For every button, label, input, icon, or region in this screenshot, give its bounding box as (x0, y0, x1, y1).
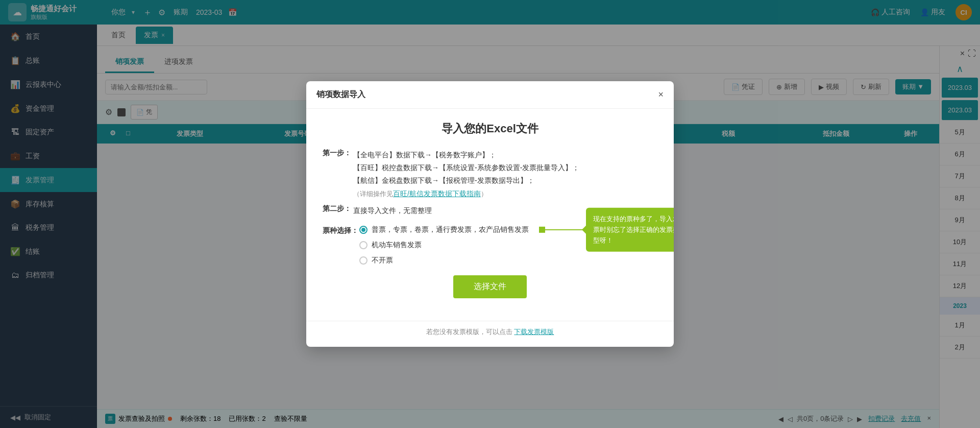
step2-label: 第二步： (323, 204, 353, 217)
tooltip-dot (539, 227, 545, 233)
step1-line-1: 【全电平台】数据下载→【税务数字账户】； (353, 149, 579, 161)
download-template-link[interactable]: 下载发票模版 (514, 328, 554, 336)
step1-content: 【全电平台】数据下载→【税务数字账户】； 【百旺】税控盘数据下载→【系统设置-系… (353, 149, 579, 200)
radio-dot-1 (361, 228, 365, 232)
step1-line-3: 【航信】金税盘数据下载→【报税管理-发票数据导出】； (353, 174, 579, 187)
radio-circle-1 (359, 226, 368, 234)
step1-row: 第一步： 【全电平台】数据下载→【税务数字账户】； 【百旺】税控盘数据下载→【系… (323, 149, 657, 200)
radio-label-2: 机动车销售发票 (372, 241, 422, 250)
modal-body: 导入您的Excel文件 第一步： 【全电平台】数据下载→【税务数字账户】； 【百… (306, 109, 674, 321)
tooltip-container: × 现在支持的票种多了，导入发票时别忘了选择正确的发票类型呀！ (539, 208, 674, 252)
modal-heading: 导入您的Excel文件 (323, 121, 657, 136)
modal-footer: 若您没有发票模版，可以点击 下载发票模版 (306, 321, 674, 347)
select-file-button[interactable]: 选择文件 (453, 275, 527, 298)
tooltip-arrow (582, 226, 586, 234)
modal-title: 销项数据导入 (316, 89, 365, 100)
radio-item-3[interactable]: 不开票 (359, 256, 529, 265)
radio-circle-3 (359, 256, 368, 265)
step2-content: 直接导入文件，无需整理 (353, 204, 432, 217)
step1-link-row: （详细操作见百旺/航信发票数据下载指南） (353, 187, 579, 200)
radio-item-1[interactable]: 普票，专票，卷票，通行费发票，农产品销售发票 × 现在支持的票种多了，导入发票时… (359, 225, 529, 234)
tooltip-box: × 现在支持的票种多了，导入发票时别忘了选择正确的发票类型呀！ (586, 208, 674, 252)
modal-dialog: 销项数据导入 × 导入您的Excel文件 第一步： 【全电平台】数据下载→【税务… (306, 81, 674, 347)
modal-overlay: 销项数据导入 × 导入您的Excel文件 第一步： 【全电平台】数据下载→【税务… (0, 0, 980, 428)
radio-label-1: 普票，专票，卷票，通行费发票，农产品销售发票 (372, 225, 529, 234)
download-guide-link[interactable]: 百旺/航信发票数据下载指南 (393, 189, 481, 198)
radio-item-2[interactable]: 机动车销售发票 (359, 241, 529, 250)
radio-circle-2 (359, 241, 368, 249)
modal-header: 销项数据导入 × (306, 81, 674, 109)
ticket-label: 票种选择： (323, 225, 359, 235)
ticket-selection-row: 票种选择： 普票，专票，卷票，通行费发票，农产品销售发票 (323, 225, 657, 265)
ticket-options: 普票，专票，卷票，通行费发票，农产品销售发票 × 现在支持的票种多了，导入发票时… (359, 225, 529, 265)
modal-close-button[interactable]: × (658, 89, 664, 100)
tooltip-line (545, 229, 586, 230)
radio-label-3: 不开票 (372, 256, 393, 265)
step1-label: 第一步： (323, 149, 353, 200)
step1-line-2: 【百旺】税控盘数据下载→【系统设置-系统参数设置-发票批量导入】； (353, 161, 579, 174)
